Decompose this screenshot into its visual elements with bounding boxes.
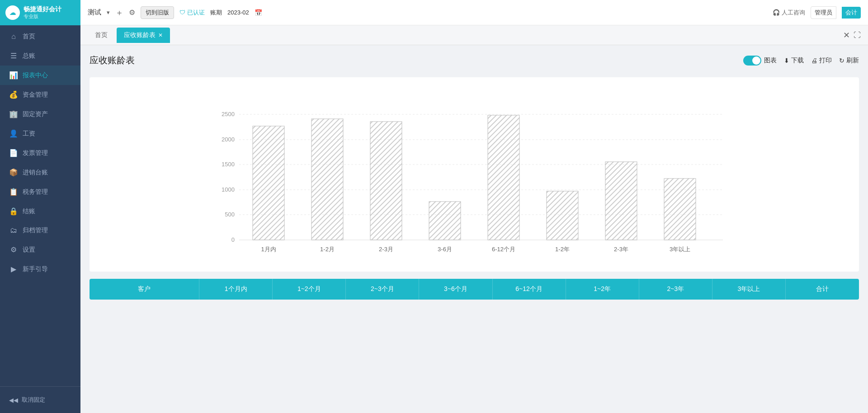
bar-1-2年 — [547, 191, 578, 240]
sidebar-item-label: 固定资产 — [23, 110, 48, 118]
table-header-2-3m: 2~3个月 — [346, 279, 419, 300]
sidebar-item-inventory[interactable]: 📦 进销台账 — [0, 163, 80, 182]
sidebar-item-archive[interactable]: 🗂 归档管理 — [0, 221, 80, 240]
refresh-icon: ↻ — [839, 57, 844, 64]
sidebar-item-label: 归档管理 — [23, 226, 48, 235]
svg-text:1-2月: 1-2月 — [320, 246, 335, 253]
sidebar-item-payroll[interactable]: 👤 工资 — [0, 124, 80, 143]
topbar-certified-badge: 🛡 已认证 — [179, 9, 205, 17]
print-icon: 🖨 — [811, 57, 817, 64]
tab-aging-label: 应收账龄表 — [124, 31, 156, 39]
print-button[interactable]: 🖨 打印 — [811, 56, 832, 65]
chart-container: 0 500 1000 1500 2000 2500 — [99, 91, 850, 263]
calendar-icon[interactable]: 📅 — [255, 9, 262, 16]
pin-button[interactable]: ◀◀ 取消固定 — [0, 391, 80, 408]
tab-close-button[interactable]: ✕ — [158, 32, 163, 38]
tab-home[interactable]: 首页 — [88, 28, 115, 43]
topbar-settings-button[interactable]: ⚙ — [129, 8, 135, 17]
chart-toggle-switch[interactable] — [743, 56, 761, 66]
invoice-icon: 📄 — [9, 149, 18, 157]
download-button[interactable]: ⬇ 下载 — [784, 56, 804, 65]
topbar-accountant-button[interactable]: 会计 — [842, 7, 861, 19]
toggle-knob — [752, 56, 760, 65]
sidebar-item-funds[interactable]: 💰 资金管理 — [0, 85, 80, 104]
sidebar-item-label: 税务管理 — [23, 188, 48, 196]
sidebar-logo: ☁ 畅捷通好会计 专业版 — [0, 0, 80, 25]
download-label: 下载 — [791, 56, 804, 65]
svg-text:3年以上: 3年以上 — [670, 246, 690, 253]
tab-aging[interactable]: 应收账龄表 ✕ — [117, 28, 170, 43]
funds-icon: 💰 — [9, 90, 18, 99]
topbar-add-button[interactable]: ＋ — [115, 7, 123, 18]
table-header: 客户 1个月内 1~2个月 2~3个月 3~6个月 6~12个月 1~2年 2~… — [90, 279, 859, 300]
topbar-manager-button[interactable]: 管理员 — [811, 6, 836, 19]
bar-3年以上 — [664, 178, 696, 240]
guide-icon: ▶ — [9, 265, 18, 273]
sidebar: ☁ 畅捷通好会计 专业版 ⌂ 首页 ☰ 总账 📊 报表中心 💰 资金管理 🏢 固… — [0, 0, 80, 413]
sidebar-item-reports[interactable]: 📊 报表中心 — [0, 66, 80, 85]
archive-icon: 🗂 — [9, 226, 18, 235]
svg-text:0: 0 — [231, 236, 235, 243]
table-header-2-3y: 2~3年 — [639, 279, 712, 300]
sidebar-item-label: 发票管理 — [23, 149, 48, 157]
headset-icon: 🎧 — [773, 9, 780, 16]
topbar-period-label: 账期 — [210, 9, 222, 17]
sidebar-item-label: 进销台账 — [23, 169, 48, 177]
toggle-label: 图表 — [764, 56, 777, 65]
bar-1-2月 — [311, 119, 343, 240]
bar-2-3年 — [605, 162, 637, 240]
chart-toggle-wrapper: 图表 — [743, 56, 777, 66]
bar-2-3月 — [370, 122, 402, 240]
chart-area: 0 500 1000 1500 2000 2500 — [90, 77, 859, 272]
sidebar-item-tax[interactable]: 📋 税务管理 — [0, 182, 80, 202]
sidebar-item-label: 总账 — [23, 52, 35, 60]
topbar: 测试 ▾ ＋ ⚙ 切到旧版 🛡 已认证 账期 2023-02 📅 🎧 人工咨询 … — [80, 0, 868, 25]
table-header-customer: 客户 — [90, 279, 199, 300]
svg-text:2500: 2500 — [222, 111, 235, 117]
tabbar-expand-button[interactable]: ⛶ — [854, 31, 861, 39]
svg-text:3-6月: 3-6月 — [438, 246, 452, 253]
tabbar: 首页 应收账龄表 ✕ ✕ ⛶ — [80, 25, 868, 45]
home-icon: ⌂ — [9, 33, 18, 41]
sidebar-item-assets[interactable]: 🏢 固定资产 — [0, 104, 80, 124]
logo-icon: ☁ — [5, 5, 20, 20]
refresh-button[interactable]: ↻ 刷新 — [839, 56, 859, 65]
sidebar-item-closing[interactable]: 🔒 结账 — [0, 202, 80, 221]
sidebar-item-invoice[interactable]: 📄 发票管理 — [0, 143, 80, 163]
table-header-total: 合计 — [786, 279, 859, 300]
sidebar-item-label: 报表中心 — [23, 71, 48, 80]
assets-icon: 🏢 — [9, 110, 18, 118]
svg-text:1500: 1500 — [222, 161, 235, 168]
tabbar-close-button[interactable]: ✕ — [843, 30, 850, 40]
topbar-oldver-button[interactable]: 切到旧版 — [141, 6, 174, 19]
table-area: 客户 1个月内 1~2个月 2~3个月 3~6个月 6~12个月 1~2年 2~… — [90, 279, 859, 300]
main-area: 测试 ▾ ＋ ⚙ 切到旧版 🛡 已认证 账期 2023-02 📅 🎧 人工咨询 … — [80, 0, 868, 413]
certified-shield-icon: 🛡 — [179, 9, 185, 16]
sidebar-item-home[interactable]: ⌂ 首页 — [0, 27, 80, 46]
logo-text-group: 畅捷通好会计 专业版 — [24, 5, 61, 20]
svg-text:2-3月: 2-3月 — [379, 246, 393, 253]
sidebar-item-label: 新手引导 — [23, 265, 48, 273]
topbar-title: 测试 — [88, 8, 101, 17]
sidebar-item-guide[interactable]: ▶ 新手引导 — [0, 259, 80, 279]
table-header-3-6m: 3~6个月 — [419, 279, 492, 300]
print-label: 打印 — [819, 56, 832, 65]
topbar-consult-button[interactable]: 🎧 人工咨询 — [773, 9, 805, 17]
payroll-icon: 👤 — [9, 129, 18, 138]
sidebar-item-label: 设置 — [23, 246, 35, 254]
svg-text:2-3年: 2-3年 — [614, 246, 628, 253]
table-header-3y: 3年以上 — [712, 279, 786, 300]
settings-icon: ⚙ — [9, 245, 18, 254]
report-header: 应收账龄表 图表 ⬇ 下载 🖨 打印 — [90, 52, 859, 70]
table-header-6-12m: 6~12个月 — [493, 279, 566, 300]
sidebar-item-ledger[interactable]: ☰ 总账 — [0, 46, 80, 66]
svg-text:1月内: 1月内 — [261, 246, 276, 253]
reports-icon: 📊 — [9, 71, 18, 80]
tabbar-actions: ✕ ⛶ — [843, 30, 861, 40]
tab-home-label: 首页 — [95, 31, 108, 38]
sidebar-item-settings[interactable]: ⚙ 设置 — [0, 240, 80, 259]
content-inner: 应收账龄表 图表 ⬇ 下载 🖨 打印 — [80, 45, 868, 413]
topbar-dropdown-arrow[interactable]: ▾ — [107, 9, 110, 16]
certified-label: 已认证 — [187, 9, 205, 17]
logo-subtitle: 专业版 — [24, 13, 61, 20]
